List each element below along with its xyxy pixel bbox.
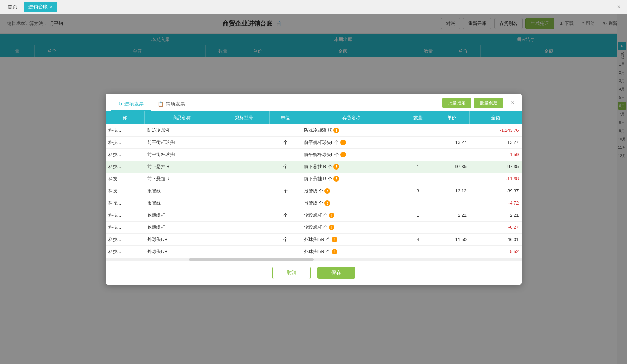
table-cell	[270, 221, 301, 233]
table-cell: 个	[270, 136, 301, 148]
table-cell	[219, 245, 269, 258]
warn-icon: !	[333, 128, 339, 133]
table-cell	[219, 136, 269, 148]
table-cell: 外球头L/R	[145, 233, 219, 245]
table-cell: 科技...	[106, 197, 145, 209]
table-cell: 前下悬挂 R 个!	[301, 173, 402, 185]
modal-tab-inbound[interactable]: ↻ 进项发票	[111, 98, 151, 111]
table-cell: -11.68	[469, 173, 521, 185]
th-price: 单价	[434, 111, 469, 124]
inbound-tab-icon: ↻	[118, 101, 122, 107]
table-cell	[402, 197, 434, 209]
table-cell	[219, 221, 269, 233]
modal-table-container[interactable]: 你 商品名称 规格型号 单位 存货名称 数量 单价 金额 科技...防冻冷却液防…	[106, 111, 522, 258]
table-cell: 科技...	[106, 185, 145, 197]
table-cell	[434, 197, 469, 209]
table-cell	[434, 124, 469, 137]
warn-icon: !	[340, 140, 346, 145]
table-cell	[402, 245, 434, 258]
table-cell: 轮毂螺杆 个!	[301, 209, 402, 221]
table-cell	[270, 148, 301, 161]
modal-header: ↻ 进项发票 📋 销项发票 批量指定 批量创建 ×	[106, 94, 522, 111]
tab-bar: 首页 进销台账 × ×	[0, 0, 627, 14]
modal-overlay: ↻ 进项发票 📋 销项发票 批量指定 批量创建 ×	[0, 14, 627, 364]
warn-icon: !	[332, 249, 337, 254]
table-cell	[270, 173, 301, 185]
scrollbar-thumb	[189, 258, 314, 261]
modal-header-actions: 批量指定 批量创建 ×	[442, 98, 516, 111]
table-cell: 轮毂螺杆	[145, 209, 219, 221]
table-cell: 报警线 个!	[301, 185, 402, 197]
table-cell: 前下悬挂 R 个!	[301, 161, 402, 173]
window-close-button[interactable]: ×	[613, 2, 624, 12]
table-cell: 前平衡杆球头L 个!	[301, 148, 402, 161]
table-cell: 2.21	[434, 209, 469, 221]
table-cell: 1	[402, 209, 434, 221]
th-amount: 金额	[469, 111, 521, 124]
table-cell: 97.35	[469, 161, 521, 173]
table-cell	[219, 148, 269, 161]
warn-icon: !	[332, 237, 337, 242]
main-content: 销售成本计算方法： 月平均 商贸企业进销台账 📄 对账 重新开账 存货别名 生成…	[0, 14, 627, 364]
table-cell: 轮毂螺杆 个!	[301, 221, 402, 233]
table-row: 科技...报警线报警线 个!-4.72	[106, 197, 522, 209]
table-header-row: 你 商品名称 规格型号 单位 存货名称 数量 单价 金额	[106, 111, 522, 124]
table-cell	[219, 161, 269, 173]
batch-assign-button[interactable]: 批量指定	[442, 98, 471, 108]
table-cell	[434, 245, 469, 258]
table-cell: 报警线	[145, 197, 219, 209]
th-unit: 单位	[270, 111, 301, 124]
table-row: 科技...轮毂螺杆轮毂螺杆 个!-0.27	[106, 221, 522, 233]
cancel-button[interactable]: 取消	[272, 267, 311, 279]
table-cell: 科技...	[106, 148, 145, 161]
modal-footer: 取消 保存	[106, 261, 522, 285]
table-cell: 前下悬挂 R	[145, 161, 219, 173]
modal-dialog: ↻ 进项发票 📋 销项发票 批量指定 批量创建 ×	[106, 94, 522, 285]
table-cell: 2.21	[469, 209, 521, 221]
th-spec: 规格型号	[219, 111, 269, 124]
table-cell: 外球头L/R 个!	[301, 245, 402, 258]
table-cell	[219, 185, 269, 197]
table-cell: 报警线	[145, 185, 219, 197]
table-cell	[270, 245, 301, 258]
table-cell: 46.01	[469, 233, 521, 245]
table-cell: -4.72	[469, 197, 521, 209]
table-cell: 前下悬挂 R	[145, 173, 219, 185]
table-cell: 前平衡杆球头L	[145, 136, 219, 148]
save-button[interactable]: 保存	[317, 267, 355, 279]
table-cell: 防冻冷却液 瓶!	[301, 124, 402, 137]
table-cell	[219, 124, 269, 137]
batch-create-button[interactable]: 批量创建	[474, 98, 503, 108]
table-row: 科技...外球头L/R外球头L/R 个!-5.52	[106, 245, 522, 258]
tab-ledger-close[interactable]: ×	[50, 5, 52, 9]
table-cell	[270, 124, 301, 137]
table-cell: 39.37	[469, 185, 521, 197]
th-col1: 你	[106, 111, 145, 124]
warn-icon: !	[324, 200, 330, 206]
table-cell: 防冻冷却液	[145, 124, 219, 137]
table-cell: 科技...	[106, 136, 145, 148]
table-cell	[402, 148, 434, 161]
horizontal-scrollbar[interactable]	[106, 258, 522, 261]
table-cell: 科技...	[106, 124, 145, 137]
table-cell: 13.27	[434, 136, 469, 148]
tab-ledger[interactable]: 进销台账 ×	[24, 2, 57, 12]
table-cell: 轮毂螺杆	[145, 221, 219, 233]
table-cell	[402, 124, 434, 137]
modal-tab-outbound[interactable]: 📋 销项发票	[151, 98, 192, 111]
table-row: 科技...报警线个报警线 个!313.1239.37	[106, 185, 522, 197]
warn-icon: !	[324, 188, 330, 194]
table-row: 科技...前下悬挂 R个前下悬挂 R 个!197.3597.35	[106, 161, 522, 173]
table-cell: -1,243.76	[469, 124, 521, 137]
table-cell: 科技...	[106, 173, 145, 185]
modal-table: 你 商品名称 规格型号 单位 存货名称 数量 单价 金额 科技...防冻冷却液防…	[106, 111, 522, 258]
table-cell: 科技...	[106, 233, 145, 245]
table-cell: 1	[402, 161, 434, 173]
table-cell	[434, 221, 469, 233]
table-cell	[219, 173, 269, 185]
tab-home[interactable]: 首页	[3, 2, 22, 12]
table-cell: 11.50	[434, 233, 469, 245]
modal-close-button[interactable]: ×	[510, 99, 516, 106]
table-row: 科技...外球头L/R个外球头L/R 个!411.5046.01	[106, 233, 522, 245]
table-cell	[219, 233, 269, 245]
